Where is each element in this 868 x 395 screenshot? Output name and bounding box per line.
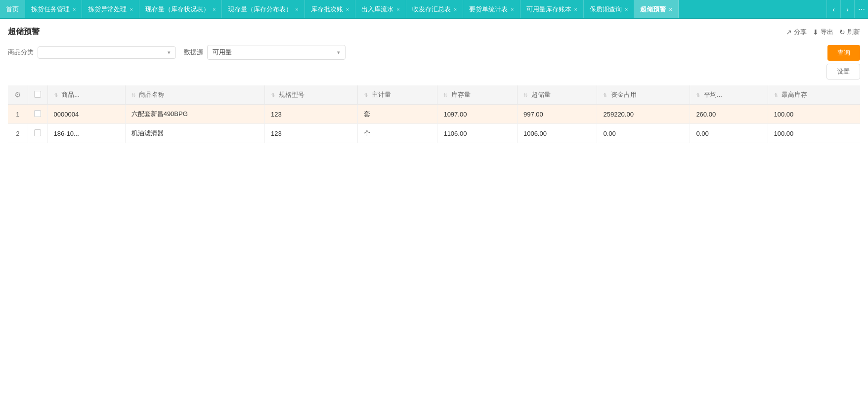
sort-icon[interactable]: ⇅ bbox=[523, 92, 527, 98]
row-checkbox[interactable] bbox=[34, 129, 41, 136]
close-icon[interactable]: × bbox=[454, 6, 457, 12]
table-row: 2 186-10... 机油滤清器 123 个 1106.00 1006.00 … bbox=[8, 124, 860, 143]
share-button[interactable]: ↗ 分享 bbox=[786, 28, 807, 37]
nav-item-exception[interactable]: 拣货异常处理 × bbox=[82, 0, 139, 18]
nav-item-stock-dist[interactable]: 现存量（库存分布表） × bbox=[222, 0, 304, 18]
over-qty-2: 1006.00 bbox=[517, 124, 597, 143]
data-table: ⚙ ⇅ 商品... ⇅ 商品名称 ⇅ 规格型号 ⇅ bbox=[8, 85, 860, 143]
nav-item-purchase[interactable]: 要货单统计表 × bbox=[463, 0, 520, 18]
datasource-value: 可用量 bbox=[213, 48, 232, 57]
nav-more-button[interactable]: ⋯ bbox=[854, 0, 868, 18]
stock-qty-1: 1097.00 bbox=[437, 105, 518, 124]
nav-item-summary[interactable]: 收发存汇总表 × bbox=[406, 0, 463, 18]
close-icon[interactable]: × bbox=[213, 6, 216, 12]
sort-icon[interactable]: ⇅ bbox=[603, 92, 607, 98]
col-spec: ⇅ 规格型号 bbox=[264, 85, 357, 105]
category-select[interactable]: ▾ bbox=[38, 46, 176, 59]
page-header: 超储预警 ↗ 分享 ⬇ 导出 ↻ 刷新 bbox=[8, 27, 860, 37]
row-num-1: 1 bbox=[8, 105, 28, 124]
col-stock-qty: ⇅ 库存量 bbox=[437, 85, 518, 105]
col-avg: ⇅ 平均... bbox=[690, 85, 768, 105]
unit-2: 个 bbox=[357, 124, 437, 143]
close-icon[interactable]: × bbox=[295, 6, 298, 12]
nav-next-button[interactable]: › bbox=[840, 0, 854, 18]
close-icon[interactable]: × bbox=[396, 6, 399, 12]
close-icon[interactable]: × bbox=[625, 6, 628, 12]
close-icon[interactable]: × bbox=[669, 6, 672, 12]
nav-item-overstock[interactable]: 超储预警 × bbox=[634, 0, 678, 18]
settings-col-header: ⚙ bbox=[8, 85, 28, 105]
close-icon[interactable]: × bbox=[73, 6, 76, 12]
sort-icon[interactable]: ⇅ bbox=[54, 92, 58, 98]
product-name-1: 六配套新昌490BPG bbox=[125, 105, 264, 124]
checkbox-col-header bbox=[28, 85, 47, 105]
col-capital: ⇅ 资金占用 bbox=[597, 85, 690, 105]
max-stock-1: 100.00 bbox=[768, 105, 860, 124]
product-name-2: 机油滤清器 bbox=[125, 124, 264, 143]
chevron-down-icon: ▾ bbox=[168, 49, 171, 56]
nav-item-available[interactable]: 可用量库存账本 × bbox=[521, 0, 584, 18]
row-num-2: 2 bbox=[8, 124, 28, 143]
filter-area: 商品分类 ▾ 数据源 可用量 ▾ bbox=[8, 45, 346, 60]
avg-2: 0.00 bbox=[690, 124, 768, 143]
nav-item-stock-status[interactable]: 现存量（库存状况表） × bbox=[139, 0, 222, 18]
refresh-icon: ↻ bbox=[839, 28, 845, 36]
col-max-stock: ⇅ 最高库存 bbox=[768, 85, 860, 105]
spec-1: 123 bbox=[264, 105, 357, 124]
nav-item-task[interactable]: 拣货任务管理 × bbox=[25, 0, 82, 18]
col-unit: ⇅ 主计量 bbox=[357, 85, 437, 105]
page-title: 超储预警 bbox=[8, 27, 40, 37]
nav-item-expiry[interactable]: 保质期查询 × bbox=[584, 0, 634, 18]
action-buttons: 查询 设置 bbox=[826, 45, 860, 79]
nav-item-inout[interactable]: 出入库流水 × bbox=[355, 0, 406, 18]
product-code-1: 0000004 bbox=[47, 105, 125, 124]
datasource-select[interactable]: 可用量 ▾ bbox=[207, 45, 346, 60]
capital-2: 0.00 bbox=[597, 124, 690, 143]
nav-arrows: ‹ › ⋯ bbox=[826, 0, 868, 18]
chevron-down-icon: ▾ bbox=[337, 49, 340, 56]
table-header-row: ⚙ ⇅ 商品... ⇅ 商品名称 ⇅ 规格型号 ⇅ bbox=[8, 85, 860, 105]
sort-icon[interactable]: ⇅ bbox=[271, 92, 275, 98]
avg-1: 260.00 bbox=[690, 105, 768, 124]
max-stock-2: 100.00 bbox=[768, 124, 860, 143]
close-icon[interactable]: × bbox=[574, 6, 577, 12]
row-checkbox[interactable] bbox=[34, 110, 41, 117]
close-icon[interactable]: × bbox=[130, 6, 132, 12]
page-container: 超储预警 ↗ 分享 ⬇ 导出 ↻ 刷新 商品分类 ▾ bbox=[0, 19, 868, 395]
nav-prev-button[interactable]: ‹ bbox=[826, 0, 840, 18]
checkbox-cell-2 bbox=[28, 124, 47, 143]
unit-1: 套 bbox=[357, 105, 437, 124]
export-button[interactable]: ⬇ 导出 bbox=[813, 28, 833, 37]
sort-icon[interactable]: ⇅ bbox=[774, 92, 778, 98]
query-button[interactable]: 查询 bbox=[827, 45, 860, 61]
nav-item-home[interactable]: 首页 bbox=[0, 0, 25, 18]
col-over-qty: ⇅ 超储量 bbox=[517, 85, 597, 105]
sort-icon[interactable]: ⇅ bbox=[443, 92, 447, 98]
category-filter: 商品分类 ▾ bbox=[8, 46, 176, 59]
close-icon[interactable]: × bbox=[511, 6, 514, 12]
refresh-button[interactable]: ↻ 刷新 bbox=[839, 28, 860, 37]
sort-icon[interactable]: ⇅ bbox=[131, 92, 135, 98]
sort-icon[interactable]: ⇅ bbox=[364, 92, 368, 98]
share-icon: ↗ bbox=[786, 28, 792, 36]
spec-2: 123 bbox=[264, 124, 357, 143]
col-product-name: ⇅ 商品名称 bbox=[125, 85, 264, 105]
top-navigation: 首页 拣货任务管理 × 拣货异常处理 × 现存量（库存状况表） × 现存量（库存… bbox=[0, 0, 868, 19]
capital-1: 259220.00 bbox=[597, 105, 690, 124]
settings-button[interactable]: 设置 bbox=[826, 64, 860, 79]
category-label: 商品分类 bbox=[8, 48, 34, 57]
col-product-code: ⇅ 商品... bbox=[47, 85, 125, 105]
stock-qty-2: 1106.00 bbox=[437, 124, 518, 143]
page-actions: ↗ 分享 ⬇ 导出 ↻ 刷新 bbox=[786, 28, 860, 37]
sort-icon[interactable]: ⇅ bbox=[696, 92, 700, 98]
table-row: 1 0000004 六配套新昌490BPG 123 套 1097.00 997.… bbox=[8, 105, 860, 124]
export-icon: ⬇ bbox=[813, 28, 819, 36]
nav-item-batch[interactable]: 库存批次账 × bbox=[305, 0, 355, 18]
close-icon[interactable]: × bbox=[346, 6, 349, 12]
checkbox-cell-1 bbox=[28, 105, 47, 124]
gear-icon[interactable]: ⚙ bbox=[14, 90, 21, 99]
select-all-checkbox[interactable] bbox=[34, 91, 41, 98]
over-qty-1: 997.00 bbox=[517, 105, 597, 124]
datasource-label: 数据源 bbox=[184, 48, 203, 57]
product-code-2: 186-10... bbox=[47, 124, 125, 143]
